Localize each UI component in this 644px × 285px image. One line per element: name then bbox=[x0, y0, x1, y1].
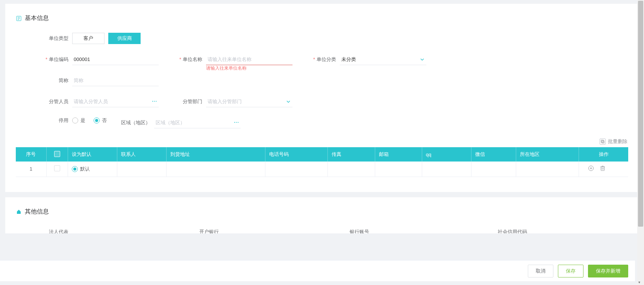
footer-action-bar: 取消 保存 保存并新增 bbox=[0, 260, 635, 281]
vertical-scrollbar[interactable]: ▴ ▾ bbox=[637, 0, 644, 285]
th-email: 邮箱 bbox=[375, 147, 422, 162]
unit-code-input[interactable] bbox=[72, 54, 159, 65]
table-header-row: 序号 设为默认 联系人 到货地址 电话号码 传真 邮箱 qq 微信 所在地区 操… bbox=[16, 147, 628, 162]
more-icon[interactable]: ··· bbox=[152, 98, 157, 104]
disabled-radio-group: 是 否 bbox=[72, 117, 107, 124]
delete-row-icon[interactable] bbox=[600, 165, 605, 171]
basic-info-card: 基本信息 单位类型 客户 供应商 单位编码 bbox=[5, 4, 639, 192]
save-and-new-button[interactable]: 保存并新增 bbox=[588, 265, 628, 277]
other-info-title: 其他信息 bbox=[25, 208, 49, 216]
th-fax: 传真 bbox=[328, 147, 375, 162]
unit-category-label: 单位分类 bbox=[306, 56, 340, 63]
bank-input[interactable] bbox=[223, 226, 309, 234]
default-radio-label: 默认 bbox=[80, 166, 90, 172]
page-scroll-area[interactable]: 基本信息 单位类型 客户 供应商 单位编码 bbox=[0, 0, 644, 233]
short-name-label: 简称 bbox=[38, 77, 72, 84]
region-input[interactable] bbox=[154, 117, 241, 128]
disabled-no-radio[interactable]: 否 bbox=[94, 117, 107, 124]
scrollbar-thumb[interactable] bbox=[638, 1, 643, 227]
cell-phone[interactable] bbox=[265, 162, 328, 177]
home-icon bbox=[16, 209, 22, 215]
cell-contact[interactable] bbox=[117, 162, 166, 177]
add-row-icon[interactable] bbox=[588, 165, 594, 171]
th-checkbox[interactable] bbox=[46, 147, 68, 162]
th-location: 所在地区 bbox=[516, 147, 579, 162]
cell-operation bbox=[579, 162, 628, 177]
disabled-yes-radio[interactable]: 是 bbox=[72, 117, 85, 124]
short-name-input[interactable] bbox=[72, 75, 159, 86]
th-default: 设为默认 bbox=[68, 147, 117, 162]
cancel-button[interactable]: 取消 bbox=[528, 265, 553, 277]
scroll-down-icon[interactable]: ▾ bbox=[638, 280, 640, 284]
other-info-card: 其他信息 法人代表 开户银行 银行账号 社会信用代码 bbox=[5, 197, 639, 234]
bank-account-input[interactable] bbox=[373, 226, 459, 234]
bank-label: 开户银行 bbox=[189, 229, 223, 234]
cell-default[interactable]: 默认 bbox=[68, 162, 117, 177]
assigned-person-label: 分管人员 bbox=[38, 98, 72, 105]
other-form: 法人代表 开户银行 银行账号 社会信用代码 bbox=[16, 226, 628, 234]
th-phone: 电话号码 bbox=[265, 147, 328, 162]
form-icon bbox=[16, 15, 22, 21]
svg-rect-9 bbox=[601, 167, 605, 171]
legal-rep-input[interactable] bbox=[72, 226, 159, 234]
unit-type-toggle: 客户 供应商 bbox=[72, 33, 141, 44]
region-label: 区域（地区） bbox=[120, 119, 154, 126]
basic-info-title: 基本信息 bbox=[25, 14, 49, 22]
bank-account-label: 银行账号 bbox=[339, 229, 373, 234]
th-delivery-addr: 到货地址 bbox=[167, 147, 265, 162]
cell-delivery-addr[interactable] bbox=[167, 162, 265, 177]
th-qq: qq bbox=[422, 147, 471, 162]
svg-rect-5 bbox=[602, 141, 604, 143]
unit-type-supplier-button[interactable]: 供应商 bbox=[108, 33, 141, 44]
social-credit-label: 社会信用代码 bbox=[489, 229, 531, 234]
copy-icon[interactable] bbox=[600, 139, 606, 145]
radio-no-label: 否 bbox=[102, 117, 107, 124]
th-index: 序号 bbox=[16, 147, 46, 162]
legal-rep-label: 法人代表 bbox=[38, 229, 72, 234]
save-button[interactable]: 保存 bbox=[558, 265, 583, 277]
assigned-dept-label: 分管部门 bbox=[172, 98, 206, 105]
unit-category-select[interactable] bbox=[340, 54, 426, 65]
table-toolbar: 批量删除 bbox=[16, 138, 628, 145]
cell-wechat[interactable] bbox=[471, 162, 516, 177]
unit-code-label: 单位编码 bbox=[38, 56, 72, 63]
more-icon[interactable]: ··· bbox=[234, 119, 239, 125]
unit-name-label: 单位名称 bbox=[172, 56, 206, 63]
disabled-label: 停用 bbox=[38, 117, 72, 124]
basic-info-header: 基本信息 bbox=[16, 14, 628, 22]
cell-qq[interactable] bbox=[422, 162, 471, 177]
contacts-table: 序号 设为默认 联系人 到货地址 电话号码 传真 邮箱 qq 微信 所在地区 操… bbox=[16, 147, 628, 177]
assigned-dept-select[interactable] bbox=[206, 96, 292, 107]
table-row: 1 默认 bbox=[16, 162, 628, 177]
cell-checkbox[interactable] bbox=[46, 162, 68, 177]
social-credit-input[interactable] bbox=[531, 226, 617, 234]
unit-name-error: 请输入往来单位名称 bbox=[206, 65, 247, 72]
th-operation: 操作 bbox=[579, 147, 628, 162]
batch-delete-button[interactable]: 批量删除 bbox=[608, 138, 627, 145]
unit-type-label: 单位类型 bbox=[38, 35, 72, 42]
cell-index: 1 bbox=[16, 162, 46, 177]
cell-fax[interactable] bbox=[328, 162, 375, 177]
basic-form: 单位类型 客户 供应商 单位编码 单位名称 bbox=[16, 33, 628, 128]
radio-yes-label: 是 bbox=[80, 117, 85, 124]
th-wechat: 微信 bbox=[471, 147, 516, 162]
cell-email[interactable] bbox=[375, 162, 422, 177]
cell-location[interactable] bbox=[516, 162, 579, 177]
unit-name-input[interactable] bbox=[206, 54, 292, 65]
svg-marker-14 bbox=[17, 210, 21, 214]
th-contact: 联系人 bbox=[117, 147, 166, 162]
svg-rect-4 bbox=[601, 140, 603, 142]
assigned-person-input[interactable] bbox=[72, 96, 159, 107]
other-info-header: 其他信息 bbox=[16, 208, 628, 216]
unit-type-customer-button[interactable]: 客户 bbox=[72, 33, 105, 44]
